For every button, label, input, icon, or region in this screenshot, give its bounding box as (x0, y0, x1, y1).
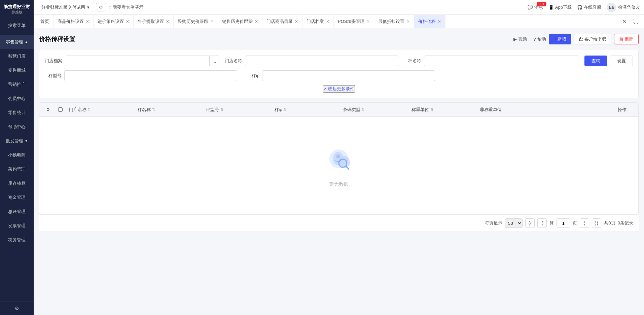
sidebar-item-retail-stats[interactable]: 零售统计 (0, 106, 34, 120)
tab-commodity-price[interactable]: 商品价格设置 ✕ (53, 15, 94, 28)
select-all-checkbox[interactable] (58, 107, 63, 112)
logo-line1: 畅捷通好业财 (3, 4, 31, 10)
close-icon[interactable]: ✕ (126, 19, 129, 24)
close-icon[interactable]: ✕ (366, 19, 370, 24)
tab-purchase-history[interactable]: 采购历史价跟踪 ✕ (174, 15, 218, 28)
tab-store-catalog[interactable]: 门店商品目录 ✕ (262, 15, 302, 28)
settings-icon[interactable]: ⚙ (14, 306, 19, 311)
tab-home[interactable]: 首页 (36, 15, 53, 28)
table-select-all[interactable] (54, 107, 66, 112)
sidebar-item-retail-mall[interactable]: 零售商城 (0, 63, 34, 77)
th-scale-ip: 秤ip ⇅ (272, 107, 341, 113)
close-icon[interactable]: ✕ (406, 19, 410, 24)
scale-model-input[interactable] (64, 70, 237, 81)
top-bar-right: 💬 消息 99+ 📱 App下载 🎧 在线客服 Ea 徐泽华修改 (528, 3, 640, 12)
sidebar-item-help-center[interactable]: 帮助中心 (0, 120, 34, 134)
maximize-tab-button[interactable]: ⛶ (631, 17, 641, 26)
close-icon[interactable]: ✕ (438, 19, 441, 24)
tab-home-label: 首页 (40, 19, 49, 25)
close-icon[interactable]: ✕ (210, 19, 214, 24)
chevron-down-icon: ▾ (87, 5, 90, 10)
video-link[interactable]: ▶ 视频 (513, 36, 527, 42)
close-icon[interactable]: ✕ (166, 19, 169, 24)
topbar-settings-button[interactable]: ⚙ (96, 3, 106, 11)
close-icon[interactable]: ✕ (255, 19, 258, 24)
tab-pos-password[interactable]: POS加密管理 ✕ (334, 15, 374, 28)
th-operation-label: 操作 (618, 107, 627, 113)
tab-store-profile[interactable]: 门店档案 ✕ (302, 15, 334, 28)
sort-icon[interactable]: ⇅ (220, 107, 223, 112)
main-area: 好业财标准版交付试用 ▾ ⚙ ○ 我要看实例演示 💬 消息 99+ 📱 App下… (34, 0, 644, 315)
sidebar-item-general-ledger[interactable]: 总账管理 (0, 205, 34, 219)
scale-ip-field: 秤ip (243, 70, 435, 81)
sidebar-item-tax-mgmt[interactable]: 税务管理 (0, 233, 34, 247)
version-selector[interactable]: 好业财标准版交付试用 ▾ (38, 3, 93, 12)
table-settings-icon[interactable]: ⚙ (42, 107, 54, 112)
app-download-button[interactable]: 📱 App下载 (548, 4, 572, 10)
sidebar-item-wholesale-mgmt[interactable]: 批发管理 ▼ (0, 134, 34, 148)
demo-link[interactable]: ○ 我要看实例演示 (109, 4, 143, 10)
avatar: Ea (607, 3, 616, 12)
message-button[interactable]: 💬 消息 99+ (528, 4, 543, 10)
sidebar-item-retail-mgmt[interactable]: 零售管理 ▲ (0, 35, 34, 49)
version-label: 好业财标准版交付试用 (41, 4, 85, 10)
tab-sale-history[interactable]: 销售历史价跟踪 ✕ (218, 15, 262, 28)
tab-sale-history-label: 销售历史价跟踪 (222, 19, 253, 25)
add-button[interactable]: + 新增 (549, 34, 571, 44)
prev-page-button[interactable]: ⟨ (537, 218, 547, 228)
next-page-button[interactable]: ⟩ (580, 218, 589, 228)
sidebar: 畅捷通好业财 标准版 搜索菜单 零售管理 ▲ 智慧门店 零售商城 营销推广 会员… (0, 0, 34, 315)
page-size-select[interactable]: 10 20 50 100 (505, 218, 523, 228)
sidebar-item-finance-mgmt[interactable]: 资金管理 (0, 190, 34, 205)
tab-sale-price[interactable]: 售价提取设置 ✕ (134, 15, 174, 28)
first-page-button[interactable]: ⟨⟨ (525, 218, 535, 228)
sidebar-item-xiaochu-ecom[interactable]: 小畅电商 (0, 148, 34, 162)
sidebar-item-label: 智慧门店 (8, 53, 26, 59)
scale-name-input[interactable] (424, 56, 579, 66)
sidebar-item-invoice-mgmt[interactable]: 发票管理 (0, 219, 34, 233)
query-button[interactable]: 查询 (584, 56, 607, 66)
online-service-button[interactable]: 🎧 在线客服 (577, 4, 601, 10)
close-icon[interactable]: ✕ (295, 19, 298, 24)
th-non-weight-unit-label: 非称重单位 (480, 107, 502, 113)
sort-icon[interactable]: ⇅ (152, 107, 155, 112)
sort-icon[interactable]: ⇅ (362, 107, 365, 112)
close-icon[interactable]: ✕ (326, 19, 329, 24)
sort-icon[interactable]: ⇅ (430, 107, 433, 112)
sidebar-item-inventory[interactable]: 库存核算 (0, 176, 34, 190)
tab-store-catalog-label: 门店商品目录 (266, 19, 293, 25)
tab-bar: 首页 商品价格设置 ✕ 进价策略设置 ✕ 售价提取设置 ✕ 采购历史价跟踪 ✕ … (34, 15, 644, 28)
delete-button[interactable]: 自 删除 (614, 34, 639, 44)
download-button[interactable]: 凸 客户端下载 (574, 34, 612, 44)
sidebar-item-label: 批发管理 (6, 138, 23, 144)
sidebar-item-member-center[interactable]: 会员中心 (0, 92, 34, 106)
store-profile-dots-button[interactable]: ... (209, 56, 219, 66)
store-name-input[interactable] (245, 56, 399, 66)
sidebar-item-purchase-mgmt[interactable]: 采购管理 (0, 162, 34, 176)
close-icon[interactable]: ✕ (86, 19, 89, 24)
close-tab-button[interactable]: ✕ (619, 17, 629, 26)
user-info[interactable]: Ea 徐泽华修改 (607, 3, 640, 12)
sidebar-item-marketing[interactable]: 营销推广 (0, 77, 34, 92)
total-info: 共0页, 0条记录 (604, 220, 633, 226)
video-link-label: 视频 (518, 36, 527, 42)
sort-icon[interactable]: ⇅ (284, 107, 287, 112)
sidebar-search[interactable]: 搜索菜单 (0, 19, 34, 32)
last-page-button[interactable]: ⟩⟩ (592, 218, 601, 228)
demo-link-label: 我要看实例演示 (113, 4, 143, 10)
tab-min-discount[interactable]: 最低折扣设置 ✕ (374, 15, 414, 28)
page-number-input[interactable] (557, 218, 570, 228)
store-profile-input[interactable] (65, 56, 209, 66)
scale-ip-input[interactable] (262, 70, 435, 81)
collapse-button[interactable]: ∧ 收起更多条件 (323, 85, 355, 93)
scale-ip-label: 秤ip (243, 73, 259, 79)
sidebar-item-smart-store[interactable]: 智慧门店 (0, 49, 34, 63)
sort-icon[interactable]: ⇅ (88, 107, 91, 112)
sidebar-item-label: 库存核算 (8, 180, 26, 186)
settings-query-button[interactable]: 设置 (610, 56, 633, 66)
tab-purchase-strategy[interactable]: 进价策略设置 ✕ (94, 15, 134, 28)
page-unit: 页 (573, 220, 577, 226)
help-link[interactable]: ? 帮助 (533, 36, 546, 42)
sidebar-logo: 畅捷通好业财 标准版 (0, 0, 34, 19)
tab-price-scale[interactable]: 价格传秤 ✕ (414, 15, 445, 28)
